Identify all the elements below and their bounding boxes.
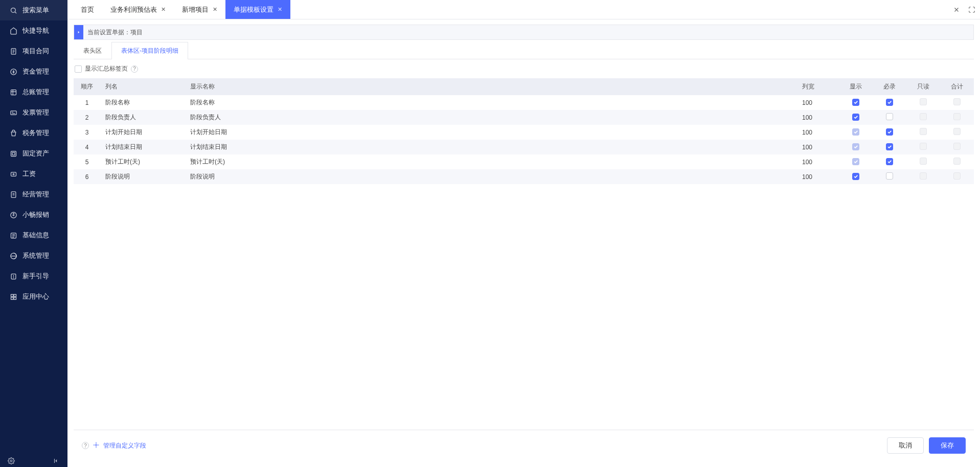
cell-width[interactable]: 100 xyxy=(797,125,839,140)
banner-toggle-icon[interactable] xyxy=(74,25,83,39)
sidebar-item-expense[interactable]: 小畅报销 xyxy=(0,205,67,225)
sidebar-item-tax[interactable]: 税务管理 xyxy=(0,123,67,143)
doc-icon xyxy=(9,47,17,55)
svg-rect-19 xyxy=(54,459,55,463)
cell-display-name[interactable]: 预计工时(天) xyxy=(185,154,797,169)
tab-close-icon[interactable]: ✕ xyxy=(161,6,166,13)
svg-rect-15 xyxy=(14,294,16,296)
cell-display-name[interactable]: 阶段名称 xyxy=(185,95,797,110)
th-total: 合计 xyxy=(940,78,974,95)
apps-icon xyxy=(9,293,17,301)
summary-label: 显示汇总标签页 xyxy=(85,64,128,73)
book-icon xyxy=(9,88,17,96)
inner-tab[interactable]: 表体区-项目阶段明细 xyxy=(111,42,188,59)
required-checkbox[interactable] xyxy=(886,143,893,150)
money-icon xyxy=(9,68,17,76)
search-icon xyxy=(9,6,17,14)
cell-order: 3 xyxy=(74,125,100,140)
close-all-icon[interactable] xyxy=(952,6,961,14)
required-checkbox[interactable] xyxy=(886,128,893,136)
help-icon[interactable]: ? xyxy=(131,65,138,73)
sidebar-item-biz[interactable]: 经营管理 xyxy=(0,184,67,205)
show-checkbox[interactable] xyxy=(852,99,859,106)
table-row: 5预计工时(天)预计工时(天)100 xyxy=(74,154,974,169)
info-icon xyxy=(9,231,17,239)
expense-icon xyxy=(9,211,17,219)
svg-point-20 xyxy=(96,444,97,446)
sidebar-item-label: 发票管理 xyxy=(22,108,49,117)
tab-close-icon[interactable]: ✕ xyxy=(213,6,217,13)
readonly-checkbox xyxy=(920,172,927,180)
inner-tab[interactable]: 表头区 xyxy=(74,42,111,59)
footer-help-icon[interactable]: ? xyxy=(82,442,89,449)
sidebar-item-apps[interactable]: 应用中心 xyxy=(0,286,67,307)
footer-gear-icon xyxy=(93,442,99,450)
total-checkbox xyxy=(953,158,961,165)
cell-width[interactable]: 100 xyxy=(797,95,839,110)
cell-display-name[interactable]: 计划开始日期 xyxy=(185,125,797,140)
svg-rect-14 xyxy=(11,294,13,296)
readonly-checkbox xyxy=(920,158,927,165)
sidebar-item-invoice[interactable]: 发票管理 xyxy=(0,102,67,123)
sidebar-item-salary[interactable]: 工资 xyxy=(0,164,67,184)
show-checkbox[interactable] xyxy=(852,173,859,180)
sidebar-item-money[interactable]: 资金管理 xyxy=(0,61,67,82)
collapse-icon[interactable] xyxy=(52,457,60,465)
sidebar-item-doc[interactable]: 项目合同 xyxy=(0,41,67,61)
fullscreen-icon[interactable] xyxy=(968,6,976,14)
sidebar-item-search[interactable]: 搜索菜单 xyxy=(0,0,67,20)
table-row: 1阶段名称阶段名称100 xyxy=(74,95,974,110)
cancel-button[interactable]: 取消 xyxy=(887,437,924,454)
svg-rect-6 xyxy=(11,172,16,176)
svg-point-13 xyxy=(13,277,14,278)
total-checkbox xyxy=(953,113,961,120)
cell-order: 4 xyxy=(74,140,100,154)
required-checkbox[interactable] xyxy=(886,172,893,180)
invoice-icon xyxy=(9,108,17,117)
show-checkbox[interactable] xyxy=(852,114,859,121)
tab-close-icon[interactable]: ✕ xyxy=(278,6,282,13)
save-button[interactable]: 保存 xyxy=(929,437,966,454)
sidebar-item-label: 税务管理 xyxy=(22,128,49,138)
sidebar-item-book[interactable]: 总账管理 xyxy=(0,82,67,102)
tab-label: 首页 xyxy=(81,5,94,14)
sidebar-item-asset[interactable]: 固定资产 xyxy=(0,143,67,164)
readonly-checkbox xyxy=(920,98,927,105)
required-checkbox[interactable] xyxy=(886,158,893,165)
sidebar-item-home[interactable]: 快捷导航 xyxy=(0,20,67,41)
home-icon xyxy=(9,27,17,35)
required-checkbox[interactable] xyxy=(886,99,893,106)
settings-icon[interactable] xyxy=(7,457,15,465)
required-checkbox[interactable] xyxy=(886,113,893,120)
cell-col-name: 阶段负责人 xyxy=(100,110,185,125)
sidebar-item-system[interactable]: 系统管理 xyxy=(0,246,67,266)
summary-checkbox[interactable] xyxy=(75,65,82,73)
biz-icon xyxy=(9,190,17,198)
main: 首页业务利润预估表✕新增项目✕单据模板设置✕ 当前设置单据：项目 表头区表体区-… xyxy=(67,0,980,467)
tab[interactable]: 业务利润预估表✕ xyxy=(102,0,174,19)
show-checkbox xyxy=(852,128,859,136)
cell-display-name[interactable]: 阶段说明 xyxy=(185,169,797,184)
columns-table: 顺序 列名 显示名称 列宽 显示 必录 只读 合计 1阶段名称阶段名称1002阶… xyxy=(74,78,974,184)
cell-width[interactable]: 100 xyxy=(797,110,839,125)
cell-width[interactable]: 100 xyxy=(797,140,839,154)
tab-label: 单据模板设置 xyxy=(234,5,274,14)
cell-display-name[interactable]: 计划结束日期 xyxy=(185,140,797,154)
tabbar: 首页业务利润预估表✕新增项目✕单据模板设置✕ xyxy=(67,0,980,19)
table-row: 3计划开始日期计划开始日期100 xyxy=(74,125,974,140)
tab[interactable]: 单据模板设置✕ xyxy=(225,0,290,19)
th-order: 顺序 xyxy=(74,78,100,95)
sidebar-item-guide[interactable]: 新手引导 xyxy=(0,266,67,286)
cell-width[interactable]: 100 xyxy=(797,154,839,169)
sidebar-item-label: 系统管理 xyxy=(22,251,49,260)
table-row: 4计划结束日期计划结束日期100 xyxy=(74,140,974,154)
cell-display-name[interactable]: 阶段负责人 xyxy=(185,110,797,125)
tab[interactable]: 首页 xyxy=(73,0,102,19)
salary-icon xyxy=(9,170,17,178)
sidebar-item-info[interactable]: 基础信息 xyxy=(0,225,67,246)
manage-custom-fields-link[interactable]: 管理自定义字段 xyxy=(103,441,146,450)
show-checkbox xyxy=(852,158,859,165)
total-checkbox xyxy=(953,143,961,150)
cell-width[interactable]: 100 xyxy=(797,169,839,184)
tab[interactable]: 新增项目✕ xyxy=(174,0,225,19)
